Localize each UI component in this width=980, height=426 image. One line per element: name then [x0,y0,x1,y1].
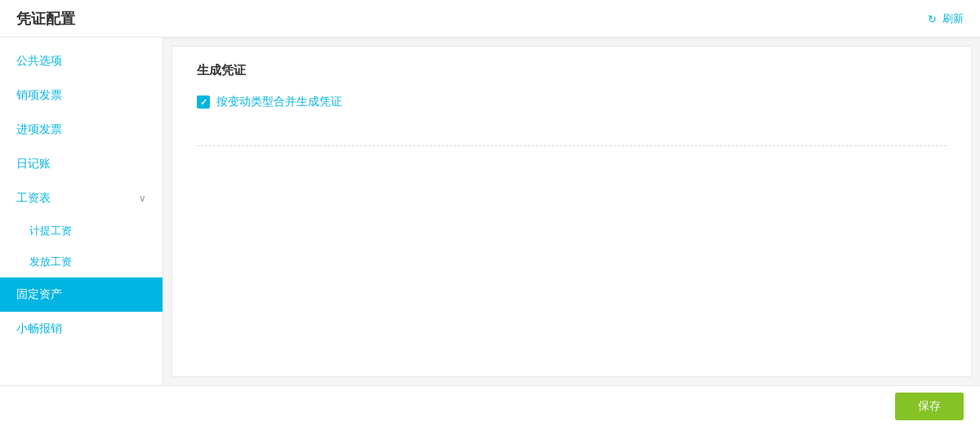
sidebar-item-journal[interactable]: 日记账 [0,147,163,181]
sidebar-sub-item-calc-salary[interactable]: 计提工资 [0,215,163,246]
sidebar-item-label: 工资表 [16,191,51,206]
sidebar-item-fixed-assets[interactable]: 固定资产 [0,277,163,312]
sidebar-item-sales-invoice[interactable]: 销项发票 [0,78,163,113]
refresh-label: 刷新 [942,11,964,26]
divider [197,145,947,146]
checkbox-row: 按变动类型合并生成凭证 [197,91,947,113]
checkbox-label[interactable]: 按变动类型合并生成凭证 [216,95,342,109]
sidebar-item-label: 公共选项 [16,54,62,69]
sidebar-sub-item-issue-salary[interactable]: 发放工资 [0,246,163,277]
sidebar-item-payroll[interactable]: 工资表∨ [0,181,163,215]
footer: 保存 [0,385,980,426]
sidebar-item-expense[interactable]: 小畅报销 [0,312,163,346]
section-body: 按变动类型合并生成凭证 [172,91,971,129]
sidebar-item-public-options[interactable]: 公共选项 [0,44,163,78]
sidebar-item-label: 销项发票 [16,88,62,103]
main-content: 生成凭证 按变动类型合并生成凭证 [172,46,972,377]
sidebar-item-label: 小畅报销 [16,322,62,336]
sidebar-item-label: 日记账 [16,157,51,171]
header: 凭证配置 ↻ 刷新 [0,0,980,38]
sidebar-item-label: 进项发票 [16,122,62,137]
refresh-icon: ↻ [928,13,939,24]
page-title: 凭证配置 [16,9,75,29]
body: 公共选项销项发票进项发票日记账工资表∨计提工资发放工资固定资产小畅报销 生成凭证… [0,38,980,385]
merge-by-type-checkbox[interactable] [197,95,210,109]
page-wrapper: 凭证配置 ↻ 刷新 公共选项销项发票进项发票日记账工资表∨计提工资发放工资固定资… [0,0,980,426]
save-button[interactable]: 保存 [895,393,964,420]
section-title: 生成凭证 [172,47,971,91]
chevron-down-icon: ∨ [139,193,146,204]
refresh-button[interactable]: ↻ 刷新 [928,11,964,26]
sidebar: 公共选项销项发票进项发票日记账工资表∨计提工资发放工资固定资产小畅报销 [0,38,163,385]
sidebar-item-purchase-invoice[interactable]: 进项发票 [0,113,163,147]
sidebar-item-label: 固定资产 [16,287,62,302]
